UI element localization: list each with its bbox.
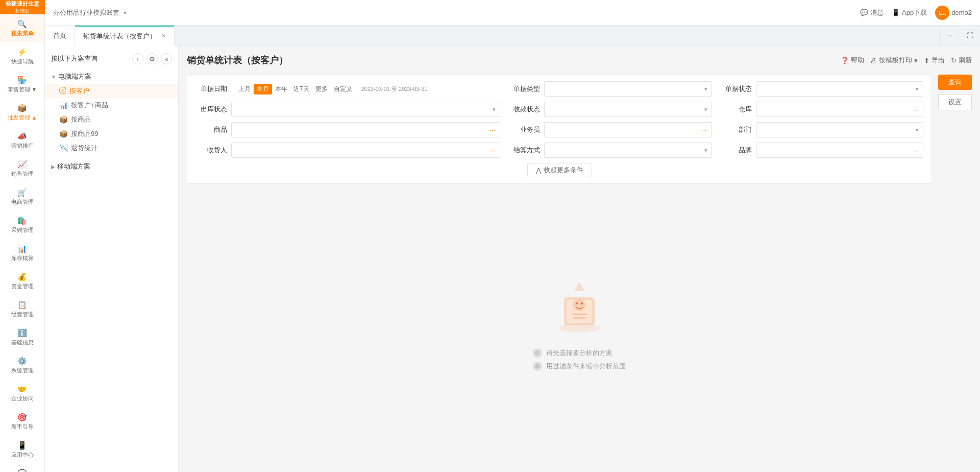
sidebar-item-label: 销售管理 [11,170,34,178]
dept-select[interactable]: ▾ [756,122,923,137]
empty-tips: ① 请先选择要分析的方案 ② 用过滤条件来缩小分析范围 [533,348,626,371]
tab-minimize-btn[interactable]: ─ [939,26,960,46]
staff-label: 业务员 [508,125,544,134]
filter-cell-brand: 品牌 ··· [720,143,923,158]
tab-close-icon[interactable]: ✕ [161,33,166,39]
date-last-month-btn[interactable]: 上月 [235,84,254,95]
sidebar-item-搜索菜单[interactable]: 🔍 搜索菜单 [0,14,44,42]
filter-cell-receipt: 收款状态 ▾ [508,102,712,117]
sidebar-item-label: 营销推广 [11,142,34,150]
sidebar-item-资金管理[interactable]: 💰 资金管理 [0,267,44,295]
scheme-title-text: 按以下方案查询 [51,54,97,63]
goods-input-wrapper: ··· [231,122,500,137]
help-btn[interactable]: ❓ 帮助 [841,56,864,65]
sidebar-icon: 🤝 [17,385,27,394]
main-area: 办公用品行业模拟账套 ▾ 💬 消息 📱 App下载 Ea demo2 首页 [45,0,980,472]
sidebar-item-库存核算[interactable]: 📊 库存核算 [0,239,44,267]
scheme-add-btn[interactable]: + [132,53,143,64]
section-arrow-icon: ▼ [51,74,56,80]
message-btn[interactable]: 💬 消息 [860,8,884,17]
scheme-collapse-btn[interactable]: « [161,53,172,64]
sidebar-item-基础信息[interactable]: ℹ️ 基础信息 [0,323,44,351]
scheme-panel: 按以下方案查询 + ⚙ « ▼ 电脑端方案 人 按客户 [45,46,179,472]
date-last7days-btn[interactable]: 近7天 [290,84,312,95]
refresh-icon: ↻ [951,57,957,64]
scheme-item-goods[interactable]: 📦 按商品 [45,112,178,127]
brand-dots-icon[interactable]: ··· [911,147,920,154]
type-select[interactable]: ▾ [544,81,712,97]
date-this-year-btn[interactable]: 本年 [272,84,290,95]
top-header: 办公用品行业模拟账套 ▾ 💬 消息 📱 App下载 Ea demo2 [45,0,980,26]
goods-input[interactable] [231,122,500,137]
receiver-dots-icon[interactable]: ··· [488,147,498,154]
empty-state: ① 请先选择要分析的方案 ② 用过滤条件来缩小分析范围 [187,184,972,464]
scheme-item-goods99[interactable]: 📦 按商品99 [45,127,178,141]
sidebar-item-label: 基础信息 [11,339,34,346]
sidebar-item-label: 企业协同 [11,395,34,403]
sidebar-item-label: 快捷导航 [11,58,34,65]
goods-label: 商品 [195,125,231,134]
sidebar-item-采购管理[interactable]: 🛍️ 采购管理 [0,211,44,239]
scheme-mobile-title[interactable]: ▶ 移动端方案 [45,159,178,174]
settle-select[interactable]: ▾ [544,143,712,158]
goods-icon: 📦 [59,115,68,124]
date-more-btn[interactable]: 更多 [312,84,331,95]
brand-input[interactable] [756,143,923,158]
receipt-select[interactable]: ▾ [544,102,712,117]
print-btn[interactable]: 🖨 按模板打印 ▾ [870,56,918,65]
scheme-settings-btn[interactable]: ⚙ [146,53,158,64]
refresh-btn[interactable]: ↻ 刷新 [951,56,972,65]
out-status-select[interactable]: ▾ [231,102,500,117]
status-select[interactable]: ▾ [756,81,923,97]
scheme-item-return-label: 退货统计 [71,144,97,153]
header-title: 办公用品行业模拟账套 [53,8,119,17]
app-download-btn[interactable]: 📱 App下载 [892,8,927,17]
sidebar-icon: 📈 [17,160,27,169]
scheme-item-goods99-label: 按商品99 [71,129,98,138]
tab-expand-btn[interactable]: ⛶ [960,26,980,46]
goods-dots-icon[interactable]: ··· [488,126,498,134]
scheme-desktop-title[interactable]: ▼ 电脑端方案 [45,69,178,84]
sidebar-item-快捷导航[interactable]: ⚡ 快捷导航 [0,42,44,70]
filter-row-4: 收货人 ··· 结算方式 ▾ [195,143,923,158]
collapse-btn[interactable]: ⋀ 收起更多条件 [527,163,592,177]
filter-cell-settle: 结算方式 ▾ [508,143,712,158]
query-btn[interactable]: 查询 [938,75,972,90]
user-menu[interactable]: Ea demo2 [935,6,972,20]
scheme-item-customer-goods[interactable]: 📊 按客户+商品 [45,98,178,112]
scheme-item-by-customer[interactable]: 人 按客户 [45,84,178,98]
staff-input[interactable] [544,122,712,137]
tip-text-2: 用过滤条件来缩小分析范围 [546,362,626,371]
receiver-input[interactable] [231,143,500,158]
export-btn[interactable]: ⬆ 导出 [924,56,945,65]
settings-btn[interactable]: 设置 [938,94,972,110]
date-this-month-btn[interactable]: 本月 [254,84,272,95]
help-icon: ❓ [841,57,849,64]
sidebar-item-企业协同[interactable]: 🤝 企业协同 [0,380,44,408]
sidebar-item-新手引导[interactable]: 🎯 新手引导 [0,408,44,436]
date-custom-btn[interactable]: 自定义 [331,84,355,95]
sidebar-item-营销推广[interactable]: 📣 营销推广 [0,127,44,155]
sidebar-item-零售管理[interactable]: 🏪 零售管理 ▼ [0,70,44,99]
staff-dots-icon[interactable]: ··· [699,126,709,134]
warehouse-input[interactable] [756,102,923,117]
avatar: Ea [935,6,949,20]
goods99-icon: 📦 [59,130,68,138]
sidebar-item-电商管理[interactable]: 🛒 电商管理 [0,183,44,211]
sidebar-item-经营管理[interactable]: 📋 经营管理 [0,295,44,323]
sidebar-item-批发管理[interactable]: 📦 批发管理 ▲ [0,99,44,127]
sidebar-item-销售管理[interactable]: 📈 销售管理 [0,155,44,183]
scheme-item-customer-label: 按客户 [69,86,89,96]
sidebar-item-应用中心[interactable]: 📱 应用中心 [0,436,44,464]
sidebar-icon: 🏪 [17,76,27,85]
sidebar-item-label: 经营管理 [11,311,34,318]
sidebar-item-系统管理[interactable]: ⚙️ 系统管理 [0,351,44,380]
tab-home[interactable]: 首页 [45,26,75,46]
page-title-row: 销货单统计表（按客户） ❓ 帮助 🖨 按模板打印 ▾ ⬆ 导出 [187,54,972,66]
filter-row-2: 出库状态 ▾ 收款状态 ▾ [195,102,923,117]
scheme-item-return-stats[interactable]: 📉 退货统计 [45,141,178,155]
tab-sales-stats[interactable]: 销货单统计表（按客户） ✕ [75,26,175,46]
sidebar-item-企业微信[interactable]: 💬 企业微信 [0,464,44,472]
warehouse-dots-icon[interactable]: ··· [911,106,920,113]
header-dropdown-icon[interactable]: ▾ [124,9,127,16]
